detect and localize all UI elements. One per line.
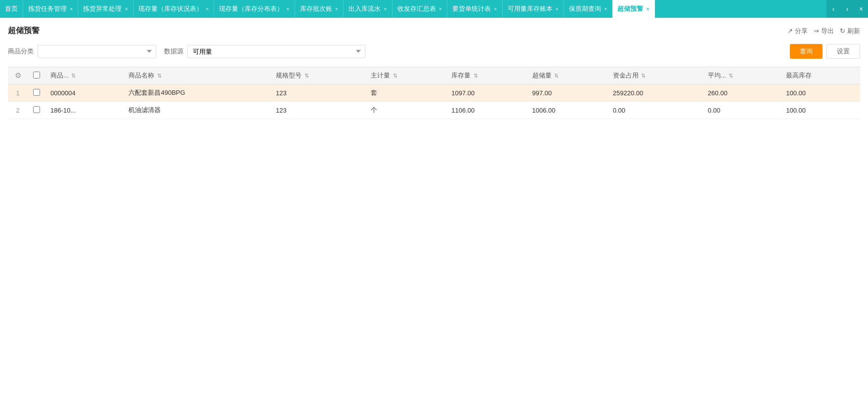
sort-icon: ⇅ [554,73,559,79]
th-product-name[interactable]: 商品名称 ⇅ [124,67,270,84]
close-icon[interactable]: × [604,6,607,12]
tab-collect[interactable]: 收发存汇总表 × [392,0,447,18]
sort-icon: ⇅ [157,73,162,79]
sort-icon: ⇅ [729,73,733,79]
header-actions: ↗ 分享 ⇒ 导出 ↻ 刷新 [787,27,860,36]
close-icon[interactable]: × [646,6,649,12]
page-content: 超储预警 ↗ 分享 ⇒ 导出 ↻ 刷新 商品分类 数据源 [0,18,868,395]
refresh-icon: ↻ [840,27,845,35]
th-unit[interactable]: 主计量 ⇅ [366,67,446,84]
cell-stock: 1106.00 [446,102,527,119]
share-icon: ↗ [787,27,793,35]
page-title: 超储预警 [8,26,40,36]
nav-arrows: ‹ › × [826,0,868,18]
nav-close-button[interactable]: × [854,0,868,18]
close-icon[interactable]: × [70,6,73,12]
cell-product-name: 机油滤清器 [124,102,270,119]
th-product-code[interactable]: 商品... ⇅ [45,67,124,84]
datasource-filter: 数据源 可用量 库存量 [164,45,365,58]
export-button[interactable]: ⇒ 导出 [814,27,834,36]
close-icon[interactable]: × [125,6,128,12]
th-avg[interactable]: 平均... ⇅ [703,67,781,84]
cell-max-stock: 100.00 [781,102,860,119]
export-icon: ⇒ [814,27,819,35]
page-header: 超储预警 ↗ 分享 ⇒ 导出 ↻ 刷新 [8,26,860,36]
nav-next-button[interactable]: › [840,0,854,18]
tab-inout-flow[interactable]: 出入库流水 × [344,0,392,18]
cell-capital: 259220.00 [608,84,703,102]
cell-overstock: 1006.00 [527,102,608,119]
th-capital[interactable]: 资金占用 ⇅ [608,67,703,84]
data-table: ⚙ 商品... ⇅ 商品名称 ⇅ 规格型号 ⇅ 主计量 [8,67,860,119]
cell-stock: 1097.00 [446,84,527,102]
th-stock[interactable]: 库存量 ⇅ [446,67,527,84]
tab-stock-status[interactable]: 现存量（库存状况表） × [133,0,214,18]
close-icon[interactable]: × [384,6,387,12]
close-icon[interactable]: × [335,6,338,12]
select-all-checkbox[interactable] [33,72,40,79]
tab-task-mgmt[interactable]: 拣货任务管理 × [23,0,78,18]
tab-batch[interactable]: 库存批次账 × [295,0,344,18]
cell-capital: 0.00 [608,102,703,119]
category-label: 商品分类 [8,47,34,56]
row-checkbox[interactable] [33,106,40,113]
cell-unit: 个 [366,102,446,119]
share-button[interactable]: ↗ 分享 [787,27,808,36]
tab-overstock[interactable]: 超储预警 × [612,0,654,18]
table-header: ⚙ 商品... ⇅ 商品名称 ⇅ 规格型号 ⇅ 主计量 [8,67,860,84]
sort-icon: ⇅ [641,73,646,79]
cell-avg: 260.00 [703,84,781,102]
sort-icon: ⇅ [393,73,397,79]
close-icon[interactable]: × [494,6,497,12]
table-row: 2 186-10... 机油滤清器 123 个 1106.00 1006.00 … [8,102,860,119]
gear-icon[interactable]: ⚙ [15,71,21,79]
nav-prev-button[interactable]: ‹ [826,0,840,18]
cell-product-code: 0000004 [45,84,124,102]
th-checkbox [28,67,45,84]
cell-avg: 0.00 [703,102,781,119]
table-row: 1 0000004 六配套新昌490BPG 123 套 1097.00 997.… [8,84,860,102]
row-checkbox[interactable] [33,89,40,96]
tab-expiry[interactable]: 保质期查询 × [564,0,612,18]
sort-icon: ⇅ [304,73,309,79]
th-max-stock[interactable]: 最高库存 [781,67,860,84]
close-icon[interactable]: × [286,6,289,12]
tab-avail-stock[interactable]: 可用量库存账本 × [503,0,564,18]
close-icon[interactable]: × [439,6,442,12]
th-spec[interactable]: 规格型号 ⇅ [271,67,366,84]
datasource-label: 数据源 [164,47,183,56]
filter-bar: 商品分类 数据源 可用量 库存量 查询 设置 [8,44,860,59]
close-icon[interactable]: × [556,6,559,12]
row-checkbox-cell [28,102,45,119]
settings-button[interactable]: 设置 [826,44,860,59]
sort-icon: ⇅ [71,73,76,79]
row-checkbox-cell [28,84,45,102]
close-icon[interactable]: × [206,6,209,12]
tab-order-stat[interactable]: 要货单统计表 × [447,0,502,18]
cell-unit: 套 [366,84,446,102]
category-select[interactable] [38,45,156,58]
row-num: 2 [8,102,28,119]
cell-max-stock: 100.00 [781,84,860,102]
cell-spec: 123 [271,102,366,119]
th-overstock[interactable]: 超储量 ⇅ [527,67,608,84]
datasource-select[interactable]: 可用量 库存量 [187,45,365,58]
query-button[interactable]: 查询 [790,44,823,59]
sort-icon: ⇅ [474,73,478,79]
tab-home[interactable]: 首页 [0,0,23,18]
filter-actions: 查询 设置 [790,44,860,59]
top-navigation: 首页 拣货任务管理 × 拣货异常处理 × 现存量（库存状况表） × 现存量（库存… [0,0,868,18]
cell-product-code: 186-10... [45,102,124,119]
refresh-button[interactable]: ↻ 刷新 [840,27,860,36]
table-body: 1 0000004 六配套新昌490BPG 123 套 1097.00 997.… [8,84,860,119]
tab-stock-dist[interactable]: 现存量（库存分布表） × [214,0,295,18]
cell-product-name: 六配套新昌490BPG [124,84,270,102]
cell-spec: 123 [271,84,366,102]
row-num: 1 [8,84,28,102]
th-settings: ⚙ [8,67,28,84]
cell-overstock: 997.00 [527,84,608,102]
tab-abnormal[interactable]: 拣货异常处理 × [78,0,133,18]
category-filter: 商品分类 [8,45,156,58]
